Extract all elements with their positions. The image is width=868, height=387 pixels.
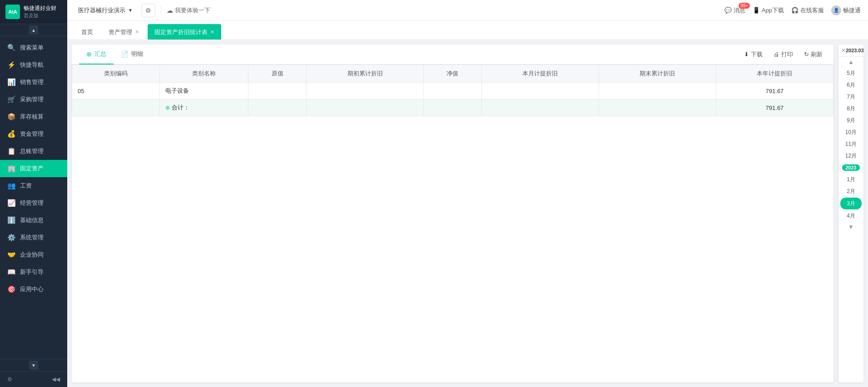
subtab-detail[interactable]: 📄 明细 [114, 45, 150, 64]
calendar-year-badge: 2023 [842, 164, 859, 171]
print-button[interactable]: 🖨 打印 [770, 49, 797, 60]
total-label-cell: ⊕ 合计： [159, 99, 248, 116]
col-header-annual-dep: 本年计提折旧 [716, 65, 833, 83]
app-download-btn[interactable]: 📱 App下载 [753, 6, 784, 15]
experience-button[interactable]: ☁ 我要体验一下 [167, 6, 210, 15]
subtab-summary[interactable]: ⊕ 汇总 [79, 45, 114, 64]
cell-net [424, 83, 482, 99]
tab-asset-mgmt-close[interactable]: ✕ [135, 29, 139, 35]
cloud-icon: ☁ [167, 7, 173, 14]
content-area: ⊕ 汇总 📄 明细 ⬇ 下载 🖨 打印 [67, 40, 868, 387]
cal-month-7[interactable]: 7月 [838, 91, 863, 103]
tab-depreciation-close[interactable]: ✕ [210, 29, 214, 35]
sidebar-settings-btn[interactable]: ⚙ [7, 376, 12, 382]
sidebar-item-apps[interactable]: 🎯 应用中心 [0, 281, 67, 298]
user-btn[interactable]: 👤 畅捷通 [831, 5, 861, 15]
company-selector[interactable]: 医疗器械行业演示 ▼ [74, 5, 136, 16]
sidebar-item-label: 资金管理 [20, 130, 44, 138]
col-header-name: 类别名称 [159, 65, 248, 83]
tab-home[interactable]: 首页 [74, 24, 100, 40]
app-download-label: App下载 [762, 6, 784, 15]
logo-label: 畅捷通好业财 普及版 [24, 5, 56, 19]
sidebar-item-label: 总账管理 [20, 147, 44, 155]
cal-month-2023-1[interactable]: 1月 [838, 174, 863, 185]
cell-code: 05 [72, 83, 160, 99]
sidebar-item-search[interactable]: 🔍 搜索菜单 [0, 39, 67, 56]
sidebar-scroll-up[interactable]: ▲ [29, 25, 38, 35]
cell-annual-dep: 791.67 [716, 83, 833, 99]
sidebar-collapse-btn[interactable]: ◀◀ [52, 376, 60, 382]
cal-month-2023-3[interactable]: 3月 [840, 198, 862, 209]
tab-depreciation-table[interactable]: 固定资产折旧统计表 ✕ [148, 24, 221, 40]
apps-icon: 🎯 [7, 285, 15, 293]
sidebar-item-label: 企业协同 [20, 251, 44, 259]
cal-month-9[interactable]: 9月 [838, 114, 863, 126]
topbar-right: 💬 消息 99+ 📱 App下载 🎧 在线客服 👤 畅捷通 [724, 5, 861, 15]
sidebar-item-fixed-assets[interactable]: 🏢 固定资产 [0, 160, 67, 177]
cal-month-6[interactable]: 6月 [838, 79, 863, 91]
summary-icon: ⊕ [86, 50, 92, 58]
sidebar-item-payroll[interactable]: 👥 工资 [0, 177, 67, 194]
cal-month-10[interactable]: 10月 [838, 126, 863, 138]
cal-month-2023-2[interactable]: 2月 [838, 185, 863, 197]
refresh-label: 刷新 [811, 50, 823, 59]
subtab-detail-label: 明细 [131, 50, 143, 58]
table-toolbar: ⬇ 下载 🖨 打印 ↻ 刷新 [740, 49, 826, 60]
company-name: 医疗器械行业演示 [78, 6, 125, 15]
cal-month-12[interactable]: 12月 [838, 150, 863, 162]
sidebar-item-label: 搜索菜单 [20, 44, 44, 52]
cal-month-2023-4[interactable]: 4月 [838, 210, 863, 222]
sidebar-item-purchase[interactable]: 🛒 采购管理 [0, 91, 67, 108]
headset-icon: 🎧 [791, 7, 799, 14]
tab-asset-mgmt[interactable]: 资产管理 ✕ [102, 24, 146, 40]
cell-name: 电子设备 [159, 83, 248, 99]
collapse-icon: ◀◀ [52, 376, 60, 382]
search-icon: 🔍 [7, 44, 15, 52]
sales-icon: 📊 [7, 78, 15, 86]
cal-month-5[interactable]: 5月 [838, 67, 863, 79]
col-header-end-dep: 期末累计折旧 [599, 65, 716, 83]
subtabs: ⊕ 汇总 📄 明细 ⬇ 下载 🖨 打印 [72, 45, 833, 64]
sidebar-scroll-down[interactable]: ▼ [29, 361, 38, 370]
sidebar-item-enterprise[interactable]: 🤝 企业协同 [0, 246, 67, 263]
sidebar-item-system[interactable]: ⚙️ 系统管理 [0, 229, 67, 246]
sidebar-item-business[interactable]: 📈 经营管理 [0, 194, 67, 212]
col-header-monthly-dep: 本月计提折旧 [481, 65, 599, 83]
cal-month-8[interactable]: 8月 [838, 103, 863, 114]
sidebar-item-basic-info[interactable]: ℹ️ 基础信息 [0, 212, 67, 229]
col-header-code: 类别编码 [72, 65, 160, 83]
depreciation-table: 类别编码 类别名称 原值 期初累计折旧 净值 本月计提折旧 期末累计折旧 本年计… [72, 64, 833, 116]
sidebar-footer: ⚙ ◀◀ [0, 371, 67, 387]
sidebar-item-ledger[interactable]: 📋 总账管理 [0, 143, 67, 160]
message-icon: 💬 [724, 7, 732, 14]
sidebar-item-finance[interactable]: 💰 资金管理 [0, 125, 67, 143]
guide-icon: 📖 [7, 268, 15, 276]
detail-icon: 📄 [121, 50, 129, 58]
enterprise-icon: 🤝 [7, 251, 15, 259]
inventory-icon: 📦 [7, 113, 15, 121]
ledger-icon: 📋 [7, 147, 15, 155]
avatar: 👤 [831, 5, 841, 15]
messages-btn[interactable]: 💬 消息 99+ [724, 6, 745, 15]
purchase-icon: 🛒 [7, 95, 15, 104]
table-wrapper: 类别编码 类别名称 原值 期初累计折旧 净值 本月计提折旧 期末累计折旧 本年计… [72, 64, 833, 382]
col-header-original: 原值 [248, 65, 307, 83]
sidebar-item-inventory[interactable]: 📦 库存核算 [0, 108, 67, 125]
tab-depreciation-label: 固定资产折旧统计表 [154, 28, 208, 36]
refresh-button[interactable]: ↻ 刷新 [800, 49, 826, 60]
sidebar-item-sales[interactable]: 📊 销售管理 [0, 74, 67, 91]
download-button[interactable]: ⬇ 下载 [740, 49, 766, 60]
sidebar-item-quick-nav[interactable]: ⚡ 快捷导航 [0, 56, 67, 74]
business-icon: 📈 [7, 199, 15, 207]
topbar-settings-button[interactable]: ⚙ [142, 4, 155, 17]
calendar-nav-down[interactable]: ▼ [838, 222, 863, 232]
online-service-btn[interactable]: 🎧 在线客服 [791, 6, 824, 15]
logo-text-icon: AtA [8, 9, 17, 15]
total-label-text: 合计： [172, 104, 189, 112]
cal-month-11[interactable]: 11月 [838, 138, 863, 150]
sidebar-item-guide[interactable]: 📖 新手引导 [0, 263, 67, 281]
calendar-scroll-area[interactable]: ▲ 5月 6月 7月 8月 9月 10月 11月 12月 2023 1月 2月 … [838, 57, 863, 382]
calendar-nav-up[interactable]: ▲ [838, 57, 863, 67]
print-label: 打印 [781, 50, 793, 59]
calendar-close-btn[interactable]: ✕ [841, 47, 846, 54]
